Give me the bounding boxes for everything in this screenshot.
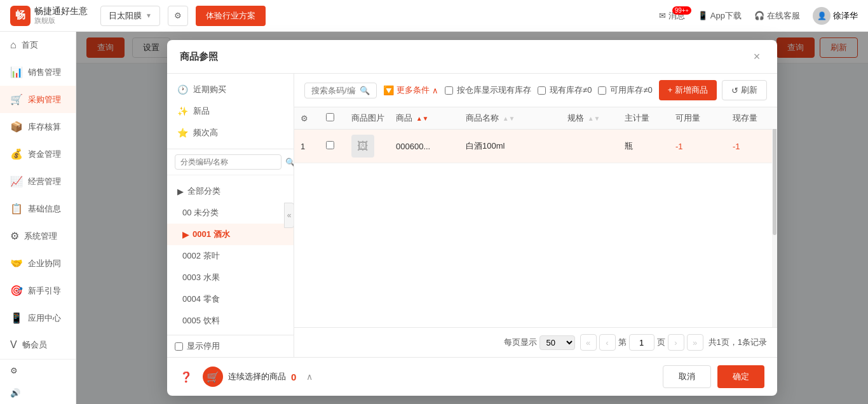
quick-tab-frequent[interactable]: ⭐ 频次高: [167, 122, 294, 144]
total-records-label: 共1页，1条记录: [709, 337, 767, 348]
sidebar-item-vip[interactable]: V 畅会员: [0, 332, 76, 358]
cat-fruit[interactable]: 0003 水果: [167, 267, 294, 288]
refresh-icon: ↺: [731, 86, 738, 95]
quick-tab-new[interactable]: ✨ 新品: [167, 100, 294, 122]
sidebar-item-inventory[interactable]: 📦 库存核算: [0, 113, 76, 140]
quick-tab-frequent-label: 频次高: [193, 127, 218, 138]
settings-button[interactable]: ⚙: [168, 6, 188, 26]
th-spec: 规格 ▲▼: [561, 107, 618, 130]
cat-beverage[interactable]: 0005 饮料: [167, 310, 294, 332]
cart-area[interactable]: 🛒 连续选择的商品 0: [203, 367, 296, 387]
collapse-button[interactable]: «: [284, 203, 294, 228]
cat-label-uncategorized: 00 未分类: [182, 207, 219, 219]
sidebar-label-sales: 销售管理: [28, 67, 61, 78]
prev-page-button[interactable]: ‹: [599, 334, 616, 351]
th-stock-label: 现存量: [733, 113, 757, 123]
select-all-checkbox[interactable]: [326, 113, 334, 121]
try-industry-button[interactable]: 体验行业方案: [196, 6, 266, 26]
toolbar: 🔍 🔽 更多条件 ∧ 按仓库显示现有库存: [294, 74, 777, 107]
cat-label-snack: 0004 零食: [182, 293, 220, 305]
category-search-input[interactable]: [175, 154, 281, 170]
finance-icon: 💰: [10, 148, 23, 160]
cart-collapse-icon[interactable]: ∧: [306, 372, 313, 382]
table-scrollbar[interactable]: [772, 107, 777, 327]
add-product-button[interactable]: + 新增商品: [659, 80, 717, 100]
quick-tab-recent[interactable]: 🕐 近期购买: [167, 79, 294, 100]
more-filter-button[interactable]: 🔽 更多条件 ∧: [383, 84, 438, 96]
code-sort-icon[interactable]: ▲▼: [416, 115, 429, 122]
category-search-icon[interactable]: 🔍: [285, 158, 294, 167]
sidebar-item-operations[interactable]: 📈 经营管理: [0, 168, 76, 195]
cat-label-liquor: 0001 酒水: [193, 229, 230, 240]
page-number-input[interactable]: [629, 334, 654, 351]
help-icon[interactable]: ❓: [180, 371, 193, 383]
cat-uncategorized[interactable]: 00 未分类: [167, 202, 294, 224]
th-img: 商品图片: [345, 107, 390, 130]
message-icon-item[interactable]: ✉ 消息 99++: [659, 10, 685, 22]
dialog-close-button[interactable]: ×: [749, 49, 764, 64]
next-page-button[interactable]: ›: [668, 334, 684, 351]
frequent-icon: ⭐: [177, 128, 188, 138]
top-nav: 畅 畅捷通好生意 旗舰版 日太阳膜 ▼ ⚙ 体验行业方案 ✉ 消息 99++ 📱…: [0, 0, 868, 32]
spec-sort-icon[interactable]: ▲▼: [588, 115, 600, 122]
sidebar-label-home: 首页: [22, 39, 38, 51]
per-page-select[interactable]: 50 100 200: [539, 335, 575, 350]
sidebar-item-enterprise[interactable]: 🤝 企业协同: [0, 250, 76, 277]
cat-liquor[interactable]: ▶ 0001 酒水: [167, 224, 294, 245]
th-stock: 现存量: [726, 107, 777, 130]
sidebar-item-basic-info[interactable]: 📋 基础信息: [0, 195, 76, 222]
page-nav: « ‹ 第 页 › »: [580, 334, 703, 351]
table-header: ⚙ 商品图片: [294, 107, 777, 130]
sidebar-label-purchase: 采购管理: [28, 94, 61, 105]
cat-snack[interactable]: 0004 零食: [167, 288, 294, 310]
guide-icon: 🎯: [10, 285, 23, 297]
nav-selector[interactable]: 日太阳膜 ▼: [100, 6, 160, 26]
sidebar-item-guide[interactable]: 🎯 新手引导: [0, 277, 76, 304]
purchase-icon: 🛒: [10, 93, 23, 105]
nonzero-avail-checkbox-group: 可用库存≠0: [598, 84, 652, 96]
name-sort-icon[interactable]: ▲▼: [503, 115, 515, 122]
table-row[interactable]: 1 🖼 000600... 白酒100ml: [294, 130, 777, 163]
online-service-item[interactable]: 🎧 在线客服: [754, 10, 800, 22]
warehouse-stock-label: 按仓库显示现有库存: [457, 84, 531, 96]
cancel-button[interactable]: 取消: [663, 365, 711, 388]
cat-all[interactable]: ▶ 全部分类: [167, 180, 294, 202]
warehouse-stock-checkbox[interactable]: [445, 86, 453, 95]
first-page-button[interactable]: «: [580, 334, 597, 351]
show-disabled-checkbox[interactable]: [175, 342, 183, 351]
nonzero-avail-checkbox[interactable]: [598, 86, 606, 95]
product-image: 🖼: [351, 135, 374, 158]
show-disabled-label[interactable]: 显示停用: [187, 340, 220, 352]
confirm-button[interactable]: 确定: [717, 365, 764, 388]
product-search-input[interactable]: [311, 86, 356, 95]
warehouse-stock-checkbox-group: 按仓库显示现有库存: [445, 84, 531, 96]
row-img-cell: 🖼: [345, 130, 390, 163]
app-download-item[interactable]: 📱 App下载: [698, 10, 742, 22]
dialog-header: 商品参照 ×: [167, 40, 777, 74]
refresh-products-button[interactable]: ↺ 刷新: [722, 80, 767, 100]
filter-arrow: ∧: [432, 86, 438, 95]
cat-arrow-all: ▶: [177, 187, 184, 196]
sidebar-item-system[interactable]: ⚙ 系统管理: [0, 222, 76, 250]
sidebar-item-purchase[interactable]: 🛒 采购管理: [0, 86, 76, 113]
row-stock: -1: [726, 130, 777, 163]
mobile-icon: 📱: [698, 11, 708, 20]
sidebar-item-finance[interactable]: 💰 资金管理: [0, 140, 76, 168]
column-settings-icon[interactable]: ⚙: [301, 114, 308, 123]
user-area[interactable]: 👤 徐泽华: [813, 7, 858, 25]
sidebar-item-home[interactable]: ⌂ 首页: [0, 32, 76, 58]
sidebar-item-sales[interactable]: 📊 销售管理: [0, 58, 76, 86]
row-checkbox[interactable]: [326, 141, 334, 149]
last-page-button[interactable]: »: [687, 334, 703, 351]
product-search-bar[interactable]: 🔍: [304, 83, 377, 98]
th-code-label: 商品: [396, 113, 412, 123]
sidebar-item-apps[interactable]: 📱 应用中心: [0, 304, 76, 332]
sidebar-collapse[interactable]: 🔊: [0, 382, 76, 404]
nonzero-stock-checkbox[interactable]: [538, 86, 546, 95]
cat-tea[interactable]: 0002 茶叶: [167, 245, 294, 267]
sidebar-settings[interactable]: ⚙: [0, 360, 76, 382]
nonzero-avail-label: 可用库存≠0: [610, 84, 652, 96]
row-checkbox-cell[interactable]: [320, 130, 345, 163]
dialog-body: 🕐 近期购买 ✨ 新品 ⭐ 频次高 «: [167, 74, 777, 357]
per-page-select-area: 每页显示 50 100 200: [504, 335, 575, 350]
